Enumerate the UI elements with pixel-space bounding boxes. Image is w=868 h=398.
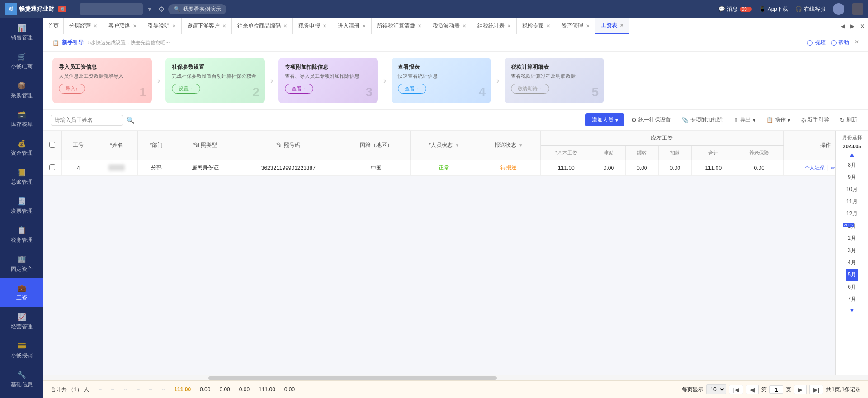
step-2-btn[interactable]: 设置→ [172, 84, 200, 94]
tab-next-btn[interactable]: ▶ [848, 23, 857, 29]
report-filter-icon[interactable]: ▼ [519, 143, 523, 148]
tab-close-tax-report[interactable]: ✕ [323, 23, 326, 28]
tab-tax-relief[interactable]: 税负波动表✕ [427, 18, 472, 34]
sidebar-item-tax[interactable]: 📋税务管理 [0, 220, 43, 249]
sidebar-item-inventory[interactable]: 🗃️库存核算 [0, 105, 43, 134]
sidebar-item-basic[interactable]: 🔧基础信息 [0, 365, 43, 394]
sidebar-item-purchase[interactable]: 📦采购管理 [0, 76, 43, 105]
sidebar-item-ledger[interactable]: 📒总账管理 [0, 163, 43, 192]
tab-tax-expert[interactable]: 税检专家✕ [517, 18, 556, 34]
sidebar-item-assets[interactable]: 🏢固定资产 [0, 249, 43, 278]
search-input[interactable] [51, 115, 123, 126]
tab-home[interactable]: 首页 [43, 18, 64, 34]
tab-close-guide[interactable]: ✕ [172, 23, 176, 28]
app-download-btn[interactable]: 📱 App下载 [759, 5, 788, 13]
tab-contacts[interactable]: 客户联络✕ [103, 18, 142, 34]
tab-product-code[interactable]: 往来单位商品编码✕ [232, 18, 293, 34]
tab-tax-calc[interactable]: 所得税汇算清缴✕ [372, 18, 427, 34]
tab-close-asset-mgmt[interactable]: ✕ [586, 23, 590, 28]
sidebar-item-invoice[interactable]: 🧾发票管理 [0, 192, 43, 220]
month-item-5月[interactable]: 5月 [846, 269, 858, 281]
tab-close-product-code[interactable]: ✕ [283, 23, 287, 28]
sidebar-item-operations[interactable]: 📈经营管理 [0, 307, 43, 336]
status-filter-icon[interactable]: ▼ [455, 143, 459, 148]
unify-settings-btn[interactable]: ⚙ 统一社保设置 [628, 114, 675, 126]
month-item-11月[interactable]: 11月 [846, 196, 858, 208]
sidebar-item-ecommerce[interactable]: 🛒小畅电商 [0, 47, 43, 76]
tab-tax-report[interactable]: 税务申报✕ [293, 18, 332, 34]
special-deduct-btn[interactable]: 📎 专项附加扣除 [678, 114, 726, 126]
step-5-btn[interactable]: 敬请期待→ [511, 84, 549, 94]
tab-close-all-btn[interactable]: ✕ [857, 23, 868, 30]
action-edit[interactable]: ✏ [831, 165, 835, 170]
month-item-1月[interactable]: 1月2025 [846, 220, 858, 232]
tab-close-tax-relief[interactable]: ✕ [462, 23, 466, 28]
step-4-btn[interactable]: 查看→ [398, 84, 426, 94]
guide-btn[interactable]: ◎ 新手引导 [797, 114, 833, 126]
guide-close-btn[interactable]: ✕ [854, 39, 859, 47]
tab-close-tax-expert[interactable]: ✕ [547, 23, 550, 28]
table-scrollbar[interactable] [43, 375, 868, 380]
tab-close-layered[interactable]: ✕ [94, 23, 97, 28]
sidebar-item-sales[interactable]: 📊销售管理 [0, 18, 43, 47]
tab-salary-sheet[interactable]: 工资表✕ [595, 18, 629, 34]
export-btn[interactable]: ⬆ 导出 ▾ [730, 114, 759, 126]
page-first-btn[interactable]: |◀ [729, 385, 743, 394]
month-item-10月[interactable]: 10月 [846, 183, 858, 196]
month-item-2月[interactable]: 2月 [846, 232, 858, 244]
demo-search[interactable]: 🔍 我要看实例演示 [168, 4, 226, 14]
tab-layered[interactable]: 分层经营✕ [64, 18, 103, 34]
tab-tax-stat[interactable]: 纳税统计表✕ [472, 18, 517, 34]
guide-help-btn[interactable]: ◯ 帮助 [831, 39, 849, 47]
sidebar-item-sales2[interactable]: 💳小畅报销 [0, 336, 43, 365]
tab-asset-mgmt[interactable]: 资产管理✕ [556, 18, 595, 34]
tab-close-inventory2[interactable]: ✕ [362, 23, 366, 28]
select-all-checkbox[interactable] [49, 142, 55, 148]
step-1-btn[interactable]: 导入↑ [59, 84, 85, 94]
month-item-8月[interactable]: 8月 [846, 159, 858, 171]
per-page-select[interactable]: 10 20 50 [706, 384, 726, 394]
page-last-btn[interactable]: ▶| [809, 385, 823, 394]
action-social-insurance[interactable]: 个人社保 [805, 165, 825, 170]
guide-video-btn[interactable]: ◯ 视频 [807, 39, 825, 47]
month-item-3月[interactable]: 3月 [846, 244, 858, 257]
tab-guide[interactable]: 引导说明✕ [142, 18, 182, 34]
profile-dropdown[interactable]: ▼ [146, 5, 153, 13]
month-item-4月[interactable]: 4月 [846, 257, 858, 269]
month-item-12月[interactable]: 12月 [846, 208, 858, 220]
operations-btn[interactable]: 📋 操作 ▾ [763, 114, 794, 126]
month-item-9月[interactable]: 9月 [846, 171, 858, 183]
tab-close-tax-stat[interactable]: ✕ [507, 23, 511, 28]
search-button[interactable]: 🔍 [127, 117, 134, 124]
sidebar-item-system[interactable]: ⚙️系统管理 [0, 394, 43, 398]
step-1-title: 导入员工资信息 [59, 63, 146, 71]
sidebar-item-salary[interactable]: 💼工资 [0, 278, 43, 307]
month-nav-up[interactable]: ▲ [848, 150, 856, 159]
tab-close-contacts[interactable]: ✕ [133, 23, 137, 28]
page-next-btn[interactable]: ▶ [794, 385, 807, 394]
page-prev-btn[interactable]: ◀ [746, 385, 759, 394]
add-person-btn[interactable]: 添加人员 ▾ [585, 113, 624, 126]
step-3-btn[interactable]: 查看→ [285, 84, 313, 94]
settings-icon[interactable]: ⚙ [158, 5, 165, 14]
month-nav-down[interactable]: ▼ [848, 305, 856, 314]
sidebar-item-finance[interactable]: 💰资金管理 [0, 134, 43, 163]
month-item-6月[interactable]: 6月 [846, 281, 858, 293]
tab-close-tax-calc[interactable]: ✕ [418, 23, 421, 28]
page-input[interactable] [769, 385, 783, 394]
refresh-btn[interactable]: ↻ 刷新 [836, 114, 861, 126]
user-avatar[interactable] [833, 3, 844, 15]
tab-bar: 首页分层经营✕客户联络✕引导说明✕邀请下游客户✕往来单位商品编码✕税务申报✕进入… [43, 18, 868, 34]
month-item-7月[interactable]: 7月 [846, 293, 858, 305]
tab-invite[interactable]: 邀请下游客户✕ [182, 18, 232, 34]
user-menu[interactable] [852, 3, 863, 15]
row-checkbox[interactable] [49, 164, 55, 170]
online-service-btn[interactable]: 🎧 在线客服 [795, 5, 826, 13]
tab-close-invite[interactable]: ✕ [222, 23, 226, 28]
tab-close-salary-sheet[interactable]: ✕ [620, 23, 623, 28]
message-btn[interactable]: 💬 消息 99+ [718, 5, 752, 13]
step-2-card: 社保参数设置 完成社保参数设置自动计算社保公积金 设置→ 2 [165, 58, 265, 103]
tab-inventory2[interactable]: 进入清册✕ [332, 18, 372, 34]
footer-performance-total: 0.00 [219, 386, 230, 393]
tab-prev-btn[interactable]: ◀ [838, 23, 848, 29]
